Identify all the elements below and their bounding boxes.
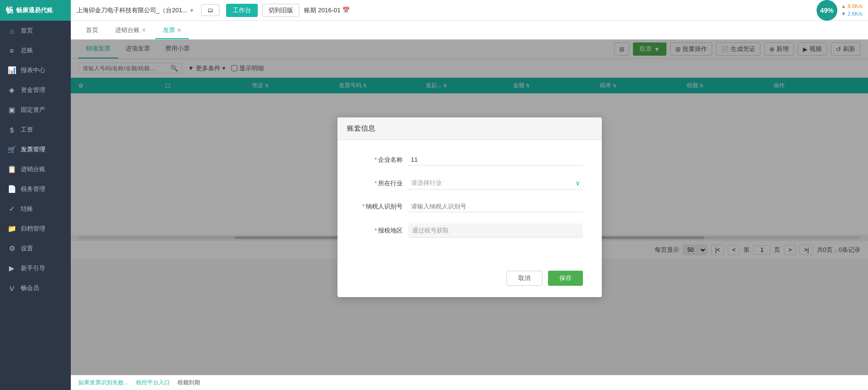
tabbar: 首页 进销台账 ✕ 发票 ✕: [71, 21, 868, 40]
guide-icon: ▶: [8, 264, 16, 273]
period-value: 2016-01: [318, 7, 341, 14]
sidebar-item-label: 发票管理: [21, 145, 45, 154]
sidebar-item-ledger[interactable]: ≡ 总账: [0, 41, 71, 60]
sidebar-item-settings[interactable]: ⚙ 设置: [0, 239, 71, 258]
app-title: 畅康通易代账: [16, 6, 53, 15]
sidebar-item-funds[interactable]: ◈ 资金管理: [0, 80, 71, 100]
content-area: 销项发票 进项发票 费用小票 ⊞ 取票 ▼ ⊞ 批量操作: [71, 40, 868, 375]
sidebar-item-member[interactable]: V 畅会员: [0, 278, 71, 298]
required-star-3: *: [362, 203, 364, 210]
sidebar-item-tax-mgmt[interactable]: 📄 税务管理: [0, 179, 71, 199]
tab-invoice-close[interactable]: ✕: [177, 27, 181, 33]
modal-overlay: 账套信息 *企业名称 *所在行业: [71, 40, 868, 375]
industry-placeholder: 请选择行业: [411, 179, 442, 187]
sidebar-item-guide[interactable]: ▶ 新手引导: [0, 258, 71, 278]
topbar: 上海卯金刀电子科技有限公司_（台201... ▼ 🗂 工作台 切到旧版 账期 2…: [71, 0, 868, 21]
dialog-footer: 取消 保存: [337, 263, 602, 297]
sidebar-item-invoice-mgmt[interactable]: 🛒 发票管理: [0, 140, 71, 159]
settlement-icon: ✓: [8, 205, 16, 213]
required-star-4: *: [374, 227, 377, 234]
purchase-sales-icon: 📋: [8, 165, 16, 174]
sidebar-item-settlement[interactable]: ✓ 结账: [0, 199, 71, 219]
company-name-label: *企业名称: [356, 156, 408, 164]
tab-invoice-label: 发票: [163, 26, 175, 34]
industry-label: *所在行业: [356, 179, 408, 188]
form-row-company: *企业名称: [356, 154, 583, 166]
sidebar-item-label: 进销台账: [21, 165, 45, 174]
sidebar-item-fixed-assets[interactable]: ▣ 固定资产: [0, 100, 71, 120]
required-star: *: [374, 156, 377, 163]
reports-icon: 📊: [8, 66, 16, 75]
gear-icon: ⚙: [8, 244, 16, 253]
sidebar-item-label: 新手引导: [21, 264, 45, 273]
sidebar: 畅 畅康通易代账 ⌂ 首页 ≡ 总账 📊 报表中心 ◈ 资金管理 ▣ 固定资产 …: [0, 0, 71, 390]
tax-region-label: *报税地区: [356, 226, 408, 235]
sidebar-item-home[interactable]: ⌂ 首页: [0, 21, 71, 41]
company-selector[interactable]: 上海卯金刀电子科技有限公司_（台201... ▼: [76, 6, 194, 15]
archive-icon: 📁: [8, 224, 16, 233]
sidebar-item-label: 畅会员: [21, 284, 39, 292]
tab-home-label: 首页: [86, 26, 98, 34]
period-selector[interactable]: 账期 2016-01 📅: [304, 6, 350, 15]
sidebar-item-salary[interactable]: $ 工资: [0, 120, 71, 140]
tab-invoice[interactable]: 发票 ✕: [155, 22, 189, 39]
dialog-title: 账套信息: [347, 124, 375, 132]
tax-link[interactable]: 税控平台入口: [136, 379, 170, 387]
tab-purchase-sales[interactable]: 进销台账 ✕: [108, 22, 153, 39]
sidebar-item-label: 税务管理: [21, 185, 45, 193]
fixed-assets-icon: ▣: [8, 106, 16, 114]
cancel-button[interactable]: 取消: [506, 271, 542, 286]
percent-value: 49%: [820, 7, 834, 14]
status-link[interactable]: 如果发票识别失败...: [78, 379, 128, 387]
tab-home[interactable]: 首页: [78, 22, 106, 39]
sidebar-item-label: 工资: [21, 125, 33, 134]
sidebar-item-reports[interactable]: 📊 报表中心: [0, 60, 71, 80]
sidebar-item-label: 结账: [21, 205, 33, 213]
form-row-industry: *所在行业 请选择行业 ∨: [356, 177, 583, 190]
form-row-tax-id: *纳税人识别号: [356, 201, 583, 212]
tab-purchase-sales-close[interactable]: ✕: [142, 27, 146, 33]
company-name: 上海卯金刀电子科技有限公司_（台201...: [76, 6, 187, 15]
sidebar-item-label: 报表中心: [21, 66, 45, 75]
sidebar-item-label: 总账: [21, 46, 33, 55]
logo-icon: 畅: [6, 6, 13, 16]
sidebar-item-label: 首页: [21, 26, 33, 35]
funds-icon: ◈: [8, 86, 16, 94]
sidebar-item-label: 归档管理: [21, 224, 45, 233]
save-button[interactable]: 保存: [548, 271, 583, 286]
topbar-right: 49% ▲ 8.5K/s ▼ 2.6K/s: [817, 0, 862, 21]
speed-down: ▼ 2.6K/s: [841, 10, 862, 17]
sidebar-item-purchase-sales[interactable]: 📋 进销台账: [0, 159, 71, 179]
tax-id-label: *纳税人识别号: [356, 202, 408, 211]
form-row-tax-region: *报税地区 通过税号获取: [356, 224, 583, 238]
period-label: 账期: [304, 6, 316, 15]
amount-label: 税额到期: [177, 379, 200, 387]
account-info-dialog: 账套信息 *企业名称 *所在行业: [337, 117, 602, 297]
sidebar-item-label: 固定资产: [21, 106, 45, 114]
app-logo: 畅 畅康通易代账: [0, 0, 71, 21]
archive-btn[interactable]: 🗂: [201, 4, 219, 16]
dialog-header: 账套信息: [337, 117, 602, 140]
status-bar: 如果发票识别失败... 税控平台入口 税额到期: [71, 375, 868, 390]
tab-purchase-sales-label: 进销台账: [115, 26, 140, 34]
calendar-icon: 📅: [342, 7, 350, 14]
network-speed: ▲ 8.5K/s ▼ 2.6K/s: [841, 3, 862, 17]
member-icon: V: [8, 284, 16, 292]
home-icon: ⌂: [8, 27, 16, 35]
dialog-body: *企业名称 *所在行业 请选择行业 ∨: [337, 140, 602, 263]
tax-id-input[interactable]: [408, 201, 583, 212]
industry-dropdown-arrow: ∨: [575, 179, 580, 187]
sidebar-item-archive[interactable]: 📁 归档管理: [0, 219, 71, 239]
percent-circle: 49%: [817, 0, 837, 21]
required-star-2: *: [374, 180, 377, 187]
worktable-btn[interactable]: 工作台: [226, 4, 258, 17]
tax-region-disabled-input: 通过税号获取: [408, 224, 583, 238]
industry-select[interactable]: 请选择行业 ∨: [408, 177, 583, 190]
main-area: 上海卯金刀电子科技有限公司_（台201... ▼ 🗂 工作台 切到旧版 账期 2…: [71, 0, 868, 390]
sidebar-item-label: 资金管理: [21, 86, 45, 94]
company-name-input[interactable]: [408, 154, 583, 166]
switch-old-btn[interactable]: 切到旧版: [262, 4, 299, 17]
invoice-mgmt-icon: 🛒: [8, 145, 16, 154]
speed-up: ▲ 8.5K/s: [841, 3, 862, 10]
sidebar-item-label: 设置: [21, 244, 33, 253]
